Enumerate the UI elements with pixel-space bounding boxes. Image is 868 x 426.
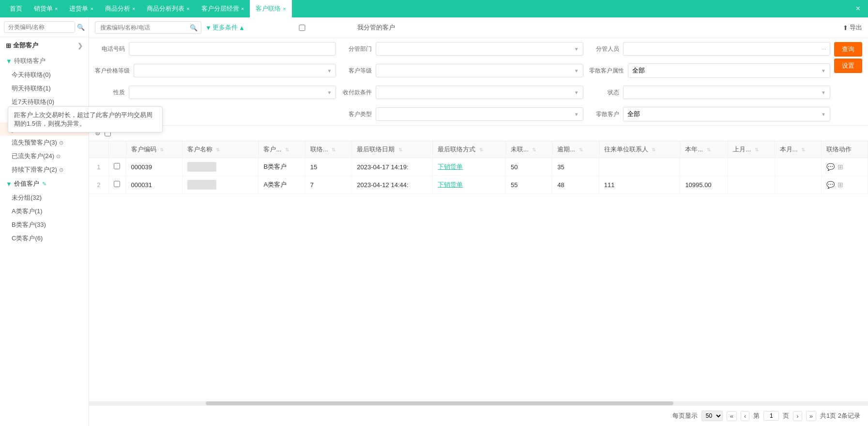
nav-product-analysis[interactable]: 商品分析 × [99, 0, 141, 17]
sidebar-item-c-class[interactable]: C类客户(6) [0, 232, 89, 245]
arrow-down-icon: ▼ [6, 58, 12, 65]
row-uncontacted-2: 55 [505, 176, 552, 194]
price-level-label: 客户价格等级 [95, 67, 134, 75]
close-customer-contact-icon[interactable]: × [283, 6, 286, 12]
per-page-select[interactable]: 50 [701, 411, 723, 421]
dept-select[interactable]: ▼ [376, 42, 583, 56]
customer-level-select[interactable]: ▼ [376, 64, 583, 77]
chat-icon-2[interactable]: 💬 [826, 181, 835, 189]
nature-label: 性质 [95, 88, 129, 97]
payment-select[interactable]: ▼ [376, 86, 583, 99]
row-last-method-2[interactable]: 下销货单 [433, 176, 506, 194]
nature-select[interactable]: ▼ [129, 86, 336, 99]
query-button[interactable]: 查询 [834, 42, 862, 57]
sidebar-all-customers[interactable]: ⊞ 全部客户 ❯ [0, 37, 89, 54]
sidebar-item-a-class[interactable]: A类客户(1) [0, 205, 89, 218]
first-page-button[interactable]: « [727, 411, 737, 421]
col-uncontacted: 未联... ⇅ [505, 141, 552, 158]
my-customers-checkbox[interactable] [249, 25, 355, 31]
row-uncontacted-1: 50 [505, 158, 552, 176]
sidebar-item-churned[interactable]: 已流失客户(24) ⊙ [0, 149, 89, 163]
row-checkbox-2[interactable] [108, 176, 126, 194]
sort-code-icon[interactable]: ⇅ [160, 147, 164, 152]
filter-price-level: 客户价格等级 ▼ [95, 64, 336, 77]
row-this-year-1 [680, 158, 728, 176]
row-last-date-1: 2023-04-17 14:19: [352, 158, 433, 176]
close-sales-order-icon[interactable]: × [55, 6, 58, 12]
dept-label: 分管部门 [342, 45, 376, 53]
row-checkbox-1[interactable] [108, 158, 126, 176]
customer-type-select[interactable]: ▼ [376, 107, 583, 121]
close-product-analysis-icon[interactable]: × [132, 6, 135, 12]
pagination: 每页显示 50 « ‹ 第 页 › » 共1页 2条记录 [89, 405, 868, 426]
sidebar-value-group[interactable]: ▼ 价值客户 ✎ [0, 176, 89, 191]
menu-icon-1[interactable]: ⊞ [838, 163, 843, 171]
info-icon-3: ⊙ [56, 153, 61, 160]
row-code-2: 000031 [126, 176, 182, 194]
nav-customer-segments[interactable]: 客户分层经营 × [196, 0, 250, 17]
search-input[interactable] [95, 21, 201, 34]
close-purchase-order-icon[interactable]: × [90, 6, 93, 12]
nav-customer-contact[interactable]: 客户联络 × [250, 0, 291, 17]
col-contact: 联络... ⇅ [305, 141, 351, 158]
nav-product-analysis-list[interactable]: 商品分析列表 × [141, 0, 195, 17]
sort-type-icon[interactable]: ⇅ [285, 147, 289, 152]
sidebar-search-input[interactable] [4, 21, 75, 33]
last-page-button[interactable]: » [806, 411, 816, 421]
sidebar-pending-group[interactable]: ▼ 待联络客户 [0, 54, 89, 68]
sidebar-search-area: 🔍 [0, 17, 89, 37]
page-number-input[interactable] [763, 411, 779, 421]
nav-purchase-order[interactable]: 进货单 × [63, 0, 99, 17]
sort-this-month-icon[interactable]: ⇅ [801, 147, 805, 152]
export-button[interactable]: ⬆ 导出 [843, 23, 862, 32]
sort-uncontacted-icon[interactable]: ⇅ [532, 147, 536, 152]
row-overdue-2: 48 [552, 176, 599, 194]
edit-icon[interactable]: ✎ [42, 181, 46, 187]
price-level-select[interactable]: ▼ [134, 64, 336, 77]
sort-contact2-icon[interactable]: ⇅ [652, 147, 655, 152]
row-last-method-1[interactable]: 下销货单 [433, 158, 506, 176]
col-num [89, 141, 108, 158]
row-contact-2: 7 [305, 176, 351, 194]
retail-attr-select[interactable]: 全部 ▼ [628, 63, 830, 78]
retail-customer-select[interactable]: 全部 ▼ [623, 107, 830, 121]
sidebar-item-churn-warning[interactable]: 流失预警客户(3) ⊙ [0, 136, 89, 149]
sort-this-year-icon[interactable]: ⇅ [707, 147, 711, 152]
chat-icon-1[interactable]: 💬 [826, 163, 835, 171]
nav-sales-order[interactable]: 销货单 × [28, 0, 63, 17]
sidebar-search-icon[interactable]: 🔍 [77, 24, 85, 31]
sidebar-item-declining[interactable]: 持续下滑客户(2) ⊙ [0, 163, 89, 176]
close-customer-segments-icon[interactable]: × [241, 6, 244, 12]
sort-overdue-icon[interactable]: ⇅ [579, 147, 583, 152]
my-customers-checkbox-label[interactable]: 我分管的客户 [249, 23, 395, 32]
caret-down-icon: ▼ [574, 46, 579, 52]
filter-customer-type: 客户类型 ▼ [342, 107, 583, 121]
next-page-button[interactable]: › [793, 411, 802, 421]
status-select[interactable]: ▼ [623, 86, 830, 99]
sidebar-item-b-class[interactable]: B类客户(33) [0, 218, 89, 232]
search-icon[interactable]: 🔍 [190, 24, 198, 31]
horizontal-scrollbar[interactable] [89, 401, 868, 405]
close-product-analysis-list-icon[interactable]: × [186, 6, 189, 12]
sidebar-item-unclassified[interactable]: 未分组(32) [0, 191, 89, 205]
sidebar-item-today-pending[interactable]: 今天待联络(0) [0, 68, 89, 82]
col-code: 客户编码 ⇅ [126, 141, 182, 158]
nav-home[interactable]: 首页 [4, 0, 28, 17]
row-contact-1: 15 [305, 158, 351, 176]
sort-last-month-icon[interactable]: ⇅ [755, 147, 759, 152]
scrollbar-thumb[interactable] [206, 401, 673, 405]
sort-date-icon[interactable]: ⇅ [398, 147, 402, 152]
row-last-date-2: 2023-04-12 14:44: [352, 176, 433, 194]
menu-icon-2[interactable]: ⊞ [838, 181, 843, 189]
prev-page-button[interactable]: ‹ [741, 411, 749, 421]
sort-name-icon[interactable]: ⇅ [216, 147, 220, 152]
sidebar-collapse-icon[interactable]: ❯ [77, 42, 83, 49]
settings-button[interactable]: 设置 [834, 59, 862, 73]
sort-contact-icon[interactable]: ⇅ [332, 147, 335, 152]
manager-select[interactable]: ··· [623, 42, 830, 56]
sidebar-item-tomorrow-pending[interactable]: 明天待联络(1) [0, 82, 89, 95]
more-conditions-button[interactable]: ▼ 更多条件 ▲ [205, 23, 245, 32]
phone-input[interactable] [129, 42, 336, 56]
window-close-button[interactable]: × [852, 4, 864, 13]
sort-method-icon[interactable]: ⇅ [479, 147, 483, 152]
